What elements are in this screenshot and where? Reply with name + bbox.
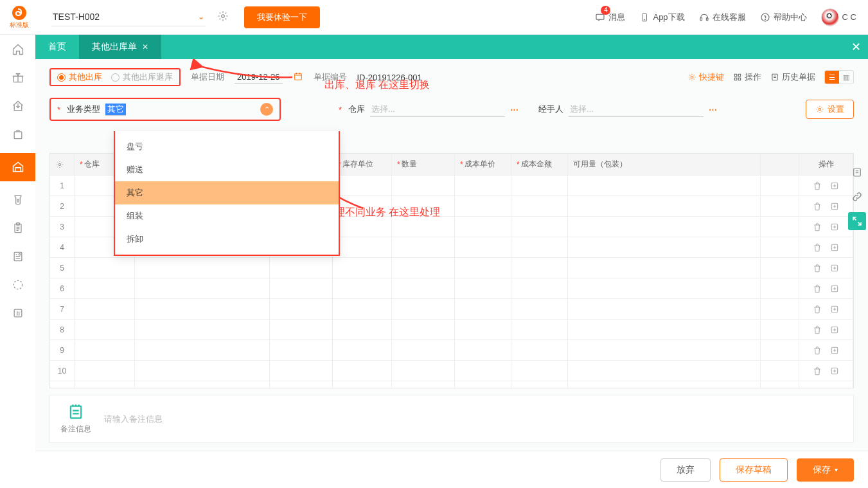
rail-note-icon[interactable]: [848, 163, 866, 181]
cell[interactable]: [270, 278, 333, 299]
cell[interactable]: [75, 258, 135, 278]
operate-action[interactable]: 操作: [733, 71, 761, 83]
cell[interactable]: [761, 299, 799, 320]
cell[interactable]: [761, 176, 799, 196]
biztype-option[interactable]: 盘亏: [115, 135, 339, 158]
cell[interactable]: [75, 340, 135, 361]
cell[interactable]: [761, 381, 799, 388]
support-link[interactable]: 在线客服: [699, 12, 746, 23]
download-link[interactable]: App下载: [639, 12, 684, 23]
help-link[interactable]: 帮助中心: [760, 12, 807, 23]
nav-circle-icon[interactable]: [11, 278, 25, 292]
biztype-option[interactable]: 拆卸: [115, 228, 339, 251]
radio-outbound[interactable]: 其他出库: [57, 71, 102, 83]
history-action[interactable]: 历史单据: [770, 71, 815, 83]
tenant-select[interactable]: TEST-H002 ⌄: [51, 8, 206, 26]
cell[interactable]: [270, 381, 333, 388]
add-row-icon[interactable]: [830, 284, 840, 293]
cell[interactable]: [568, 237, 761, 258]
biztype-option[interactable]: 组装: [115, 204, 339, 228]
biztype-option[interactable]: 赠送: [115, 158, 339, 181]
shortcut-action[interactable]: 快捷键: [687, 71, 724, 83]
cell[interactable]: [455, 258, 511, 278]
cell[interactable]: [135, 361, 270, 381]
nav-gift-icon[interactable]: [11, 71, 25, 85]
col-gear[interactable]: [50, 154, 75, 176]
cell[interactable]: [333, 381, 392, 388]
cell[interactable]: [75, 299, 135, 320]
add-row-icon[interactable]: [830, 366, 840, 375]
cell[interactable]: [392, 217, 455, 237]
cell[interactable]: [392, 381, 455, 388]
cell[interactable]: [511, 299, 568, 320]
nav-warehouse-icon[interactable]: [0, 153, 35, 181]
warehouse-input[interactable]: [370, 102, 505, 117]
delete-row-icon[interactable]: [813, 201, 822, 211]
cell[interactable]: [455, 320, 511, 340]
cell[interactable]: [511, 196, 568, 217]
cell[interactable]: [761, 258, 799, 278]
cell[interactable]: [392, 176, 455, 196]
delete-row-icon[interactable]: [813, 386, 822, 388]
cell[interactable]: [455, 299, 511, 320]
cell[interactable]: [761, 278, 799, 299]
cell[interactable]: [135, 299, 270, 320]
cell[interactable]: [392, 320, 455, 340]
cell[interactable]: [270, 299, 333, 320]
cell[interactable]: [333, 320, 392, 340]
tenant-settings-icon[interactable]: [217, 10, 229, 24]
cell[interactable]: [511, 237, 568, 258]
add-row-icon[interactable]: [830, 222, 840, 231]
cell[interactable]: [455, 381, 511, 388]
cell[interactable]: [511, 258, 568, 278]
cell[interactable]: [392, 258, 455, 278]
cell[interactable]: [511, 278, 568, 299]
delete-row-icon[interactable]: [813, 304, 822, 314]
nav-new-icon[interactable]: 新: [11, 306, 25, 320]
cell[interactable]: [455, 361, 511, 381]
cell[interactable]: [333, 217, 392, 237]
biztype-option[interactable]: 其它: [115, 181, 339, 204]
rail-link-icon[interactable]: [848, 188, 866, 206]
cancel-button[interactable]: 放弃: [660, 458, 711, 482]
try-button[interactable]: 我要体验一下: [244, 6, 320, 28]
add-row-icon[interactable]: [830, 242, 840, 252]
cell[interactable]: [270, 361, 333, 381]
cell[interactable]: [568, 381, 761, 388]
save-button[interactable]: 保存▾: [797, 458, 854, 482]
cell[interactable]: [455, 278, 511, 299]
add-row-icon[interactable]: [830, 325, 840, 334]
add-row-icon[interactable]: [830, 201, 840, 211]
delete-row-icon[interactable]: [813, 345, 822, 355]
cell[interactable]: [392, 278, 455, 299]
cell[interactable]: [761, 217, 799, 237]
cell[interactable]: [511, 340, 568, 361]
cell[interactable]: [135, 340, 270, 361]
cell[interactable]: [761, 196, 799, 217]
tab-close-icon[interactable]: ✕: [142, 42, 148, 51]
add-row-icon[interactable]: [830, 386, 840, 388]
cell[interactable]: [75, 320, 135, 340]
nav-bag-icon[interactable]: [11, 127, 25, 141]
cell[interactable]: [511, 176, 568, 196]
add-row-icon[interactable]: [830, 345, 840, 355]
add-row-icon[interactable]: [830, 263, 840, 273]
cell[interactable]: [392, 237, 455, 258]
remark-input[interactable]: [104, 414, 843, 424]
cell[interactable]: [333, 361, 392, 381]
cell[interactable]: [333, 278, 392, 299]
doc-date-value[interactable]: 2019-12-26: [235, 71, 283, 84]
add-row-icon[interactable]: [830, 304, 840, 314]
rail-expand-icon[interactable]: [848, 212, 866, 230]
biztype-value[interactable]: 其它: [105, 104, 126, 116]
cell[interactable]: [455, 340, 511, 361]
cell[interactable]: [568, 196, 761, 217]
tab-home[interactable]: 首页: [35, 35, 79, 59]
cell[interactable]: [455, 217, 511, 237]
cell[interactable]: [270, 258, 333, 278]
tab-doc[interactable]: 其他出库单 ✕: [79, 35, 161, 59]
delete-row-icon[interactable]: [813, 325, 822, 334]
radio-return[interactable]: 其他出库退库: [111, 71, 173, 83]
cell[interactable]: [135, 320, 270, 340]
warehouse-more-icon[interactable]: ⋯: [510, 105, 519, 114]
